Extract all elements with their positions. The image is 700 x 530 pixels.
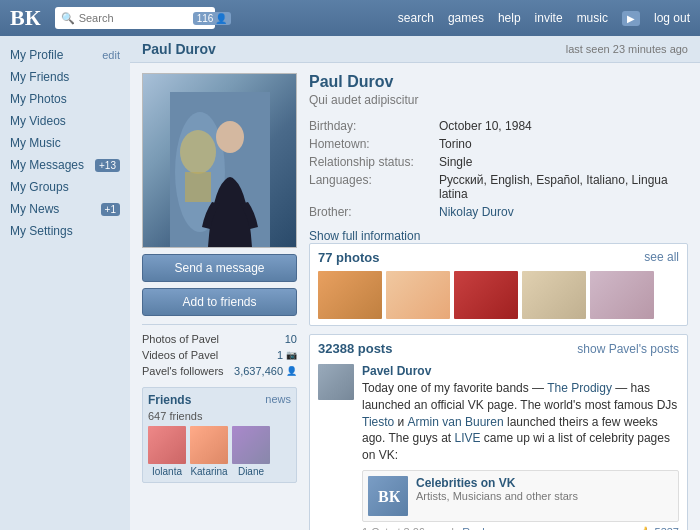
post-content: Pavel Durov Today one of my favorite ban…: [362, 364, 679, 530]
friends-grid: Iolanta Katarina Diane: [148, 426, 291, 477]
add-to-friends-button[interactable]: Add to friends: [142, 288, 297, 316]
friends-news-link[interactable]: news: [265, 393, 291, 407]
sidebar-item-mynews[interactable]: My News +1: [0, 198, 130, 220]
main-layout: My Profile edit My Friends My Photos My …: [0, 36, 700, 530]
photo-thumb-5[interactable]: [590, 271, 654, 319]
brother-link[interactable]: Nikolay Durov: [439, 205, 514, 219]
like-number: 5337: [655, 526, 679, 530]
friend-avatar-katarina: [190, 426, 228, 464]
friends-header: Friends news: [148, 393, 291, 407]
friend-avatar-iolanta: [148, 426, 186, 464]
sidebar-item-myvideos[interactable]: My Videos: [0, 110, 130, 132]
armin-link[interactable]: Armin van Buuren: [408, 415, 504, 429]
photo-thumb-3[interactable]: [454, 271, 518, 319]
vk-logo: ВК: [10, 5, 41, 31]
nav-invite[interactable]: invite: [535, 11, 563, 26]
friends-section: Friends news 647 friends Iolanta Katarin…: [142, 387, 297, 483]
friend-avatar-diane: [232, 426, 270, 464]
shared-subtitle: Artists, Musicians and other stars: [416, 490, 578, 502]
posts-header: 32388 posts show Pavel's posts: [318, 341, 679, 356]
sidebar-item-myprofile[interactable]: My Profile edit: [0, 44, 130, 66]
sidebar-item-myfriends[interactable]: My Friends: [0, 66, 130, 88]
friend-item-iolanta[interactable]: Iolanta: [148, 426, 186, 477]
prodigy-link[interactable]: The Prodigy: [547, 381, 612, 395]
languages-row: Languages: Русский, English, Español, It…: [309, 171, 688, 203]
photos-header: 77 photos see all: [318, 250, 679, 265]
sidebar-edit-link[interactable]: edit: [102, 49, 120, 61]
friend-name-diane: Diane: [232, 466, 270, 477]
friend-item-diane[interactable]: Diane: [232, 426, 270, 477]
profile-right: Paul Durov Qui audet adipiscitur Birthda…: [309, 73, 688, 530]
shared-block[interactable]: ВК Celebrities on VK Artists, Musicians …: [362, 470, 679, 522]
like-count: 👍 5337: [638, 526, 679, 530]
nav-music[interactable]: music: [577, 11, 608, 26]
shared-info: Celebrities on VK Artists, Musicians and…: [416, 476, 578, 516]
nav-help[interactable]: help: [498, 11, 521, 26]
header: ВК 🔍 116 👤 search games help invite musi…: [0, 0, 700, 36]
news-badge: +1: [101, 203, 120, 216]
person-icon: 👤: [215, 13, 227, 24]
like-icon: 👍: [638, 526, 652, 530]
posts-count: 32388 posts: [318, 341, 392, 356]
sidebar-item-mymessages[interactable]: My Messages +13: [0, 154, 130, 176]
hometown-row: Hometown: Torino: [309, 135, 688, 153]
photo-thumb-1[interactable]: [318, 271, 382, 319]
post-text: Today one of my favorite bands — The Pro…: [362, 380, 679, 464]
live-link[interactable]: LIVE: [455, 431, 481, 445]
profile-name-bar: Paul Durov: [142, 41, 216, 57]
header-nav: search games help invite music ▶ log out: [398, 11, 690, 26]
vk-icon: ВК: [376, 484, 400, 508]
shared-title: Celebrities on VK: [416, 476, 578, 490]
sidebar-item-mymusic[interactable]: My Music: [0, 132, 130, 154]
avatar-image: [170, 92, 270, 247]
play-button[interactable]: ▶: [622, 11, 640, 26]
photos-section: 77 photos see all: [309, 243, 688, 326]
nav-logout[interactable]: log out: [654, 11, 690, 26]
post-author-avatar: [318, 364, 354, 400]
nav-games[interactable]: games: [448, 11, 484, 26]
profile-tagline: Qui audet adipiscitur: [309, 93, 688, 107]
shared-icon: ВК: [368, 476, 408, 516]
svg-point-4: [216, 121, 244, 153]
profile-left: Send a message Add to friends Photos of …: [142, 73, 297, 530]
avatar: [142, 73, 297, 248]
sidebar-item-mysettings[interactable]: My Settings: [0, 220, 130, 242]
photos-see-all-link[interactable]: see all: [644, 250, 679, 265]
svg-text:ВК: ВК: [378, 488, 400, 505]
show-posts-link[interactable]: show Pavel's posts: [577, 342, 679, 356]
birthday-row: Birthday: October 10, 1984: [309, 117, 688, 135]
show-full-info-link[interactable]: Show full information: [309, 229, 688, 243]
photos-of-pavel-stat: Photos of Pavel 10: [142, 331, 297, 347]
friends-title: Friends: [148, 393, 191, 407]
brother-row: Brother: Nikolay Durov: [309, 203, 688, 221]
profile-body: Send a message Add to friends Photos of …: [130, 63, 700, 530]
sidebar: My Profile edit My Friends My Photos My …: [0, 36, 130, 530]
search-bar: 🔍 116 👤: [55, 7, 215, 29]
tiesto-link[interactable]: Tiesto: [362, 415, 394, 429]
user-count: 116 👤: [193, 12, 232, 25]
friend-item-katarina[interactable]: Katarina: [190, 426, 228, 477]
post-date: 1 Oct at 3:06 pm: [362, 526, 443, 530]
content: Paul Durov last seen 23 minutes ago: [130, 36, 700, 530]
sidebar-item-mygroups[interactable]: My Groups: [0, 176, 130, 198]
photos-grid: [318, 271, 679, 319]
photos-count: 77 photos: [318, 250, 379, 265]
sidebar-item-myphotos[interactable]: My Photos: [0, 88, 130, 110]
relationship-row: Relationship status: Single: [309, 153, 688, 171]
send-message-button[interactable]: Send a message: [142, 254, 297, 282]
followers-stat: Pavel's followers 3,637,460 👤: [142, 363, 297, 379]
profile-stats: Photos of Pavel 10 Videos of Pavel 1 📷 P…: [142, 324, 297, 379]
search-input[interactable]: [79, 12, 189, 24]
nav-search[interactable]: search: [398, 11, 434, 26]
post-reply-link[interactable]: Reply: [462, 526, 490, 530]
svg-rect-3: [185, 172, 211, 202]
profile-header-bar: Paul Durov last seen 23 minutes ago: [130, 36, 700, 63]
photo-thumb-2[interactable]: [386, 271, 450, 319]
posts-section: 32388 posts show Pavel's posts Pavel Dur…: [309, 334, 688, 530]
friend-name-iolanta: Iolanta: [148, 466, 186, 477]
photo-thumb-4[interactable]: [522, 271, 586, 319]
post-divider: |: [451, 526, 454, 530]
post-item: Pavel Durov Today one of my favorite ban…: [318, 364, 679, 530]
info-table: Birthday: October 10, 1984 Hometown: Tor…: [309, 117, 688, 221]
messages-badge: +13: [95, 159, 120, 172]
